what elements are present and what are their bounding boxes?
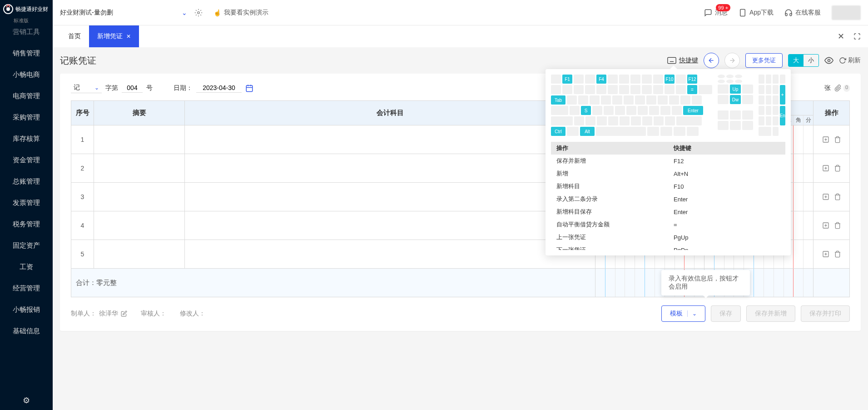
attach-label: 张 bbox=[824, 84, 831, 92]
kb-key: F1 bbox=[562, 75, 572, 84]
nav-item[interactable]: 固定资产 bbox=[0, 235, 53, 256]
kb-key bbox=[551, 116, 573, 125]
arrow-right-icon bbox=[729, 57, 736, 64]
nav-item[interactable]: 经营管理 bbox=[0, 278, 53, 299]
calendar-icon[interactable] bbox=[245, 84, 253, 92]
maker-label: 制单人： bbox=[71, 310, 96, 318]
sidebar-settings[interactable]: ⚙ bbox=[0, 391, 53, 410]
service-label: 在线客服 bbox=[795, 9, 821, 17]
messages-button[interactable]: 消息 99 + bbox=[704, 9, 728, 17]
prev-voucher-button[interactable] bbox=[704, 53, 719, 68]
svg-point-1 bbox=[6, 7, 10, 11]
nav-item[interactable]: 电商管理 bbox=[0, 85, 53, 107]
preview-button[interactable] bbox=[824, 56, 833, 65]
delete-row-icon[interactable] bbox=[834, 222, 841, 229]
kb-key bbox=[608, 85, 618, 94]
close-all-tabs-button[interactable]: ✕ bbox=[833, 30, 849, 43]
customer-service-button[interactable]: 在线客服 bbox=[784, 9, 821, 17]
delete-row-icon[interactable] bbox=[834, 193, 841, 200]
kb-key: Up bbox=[730, 85, 741, 94]
org-selector[interactable]: 好业财测试-量勿删 ⌄ bbox=[60, 9, 187, 17]
more-voucher-button[interactable]: 更多凭证 bbox=[745, 53, 783, 68]
add-row-icon[interactable] bbox=[822, 193, 829, 200]
settings-icon[interactable] bbox=[194, 9, 203, 17]
size-small-option[interactable]: 小 bbox=[804, 55, 818, 66]
kb-key bbox=[766, 116, 772, 125]
kb-key: = bbox=[687, 85, 697, 94]
expand-icon[interactable] bbox=[853, 33, 861, 40]
nav-item[interactable]: 库存核算 bbox=[0, 128, 53, 150]
voucher-type-select[interactable]: 记 ⌄ bbox=[71, 83, 102, 93]
account-cell[interactable] bbox=[185, 211, 595, 240]
add-row-icon[interactable] bbox=[822, 136, 829, 143]
save-button[interactable]: 保存 bbox=[711, 305, 741, 322]
summary-cell[interactable] bbox=[94, 211, 185, 240]
nav-item[interactable]: 销售管理 bbox=[0, 43, 53, 64]
delete-row-icon[interactable] bbox=[834, 250, 841, 258]
nav-item[interactable]: 营销工具 bbox=[0, 24, 53, 43]
demo-link[interactable]: ☝ 我要看实例演示 bbox=[213, 9, 268, 17]
maker-name: 徐泽华 bbox=[99, 310, 118, 318]
maker-info: 制单人： 徐泽华 bbox=[71, 310, 127, 318]
kb-key bbox=[624, 95, 634, 105]
tab-new-voucher[interactable]: 新增凭证 ✕ bbox=[89, 25, 139, 47]
nav-item[interactable]: 小畅电商 bbox=[0, 64, 53, 85]
gear-icon: ⚙ bbox=[23, 396, 30, 405]
nav-item[interactable]: 税务管理 bbox=[0, 214, 53, 235]
kb-key bbox=[773, 127, 779, 136]
shortcut-action: 新增科目 bbox=[551, 180, 668, 193]
delete-row-icon[interactable] bbox=[834, 136, 841, 143]
voucher-number-input[interactable] bbox=[122, 83, 143, 93]
add-row-icon[interactable] bbox=[822, 165, 829, 172]
account-cell[interactable] bbox=[185, 183, 595, 211]
nav-item[interactable]: 工资 bbox=[0, 256, 53, 278]
th-seq: 序号 bbox=[71, 101, 94, 125]
nav-item[interactable]: 小畅报销 bbox=[0, 299, 53, 320]
kb-key bbox=[773, 95, 779, 105]
close-icon[interactable]: ✕ bbox=[126, 33, 131, 40]
disabled-tooltip: 录入有效信息后，按钮才会启用 bbox=[661, 270, 750, 295]
save-print-button[interactable]: 保存并打印 bbox=[801, 305, 850, 322]
shortcut-action: 保存并新增 bbox=[551, 155, 668, 167]
phone-icon bbox=[739, 9, 747, 17]
seq-cell: 1 bbox=[71, 125, 94, 154]
nav-item[interactable]: 基础信息 bbox=[0, 320, 53, 342]
nav-item[interactable]: 采购管理 bbox=[0, 107, 53, 128]
kb-key bbox=[574, 75, 584, 84]
summary-cell[interactable] bbox=[94, 183, 185, 211]
next-voucher-button[interactable] bbox=[724, 53, 740, 68]
add-row-icon[interactable] bbox=[822, 222, 829, 229]
summary-cell[interactable] bbox=[94, 154, 185, 183]
account-cell[interactable] bbox=[185, 240, 595, 269]
voucher-date-input[interactable] bbox=[196, 83, 242, 93]
kb-key bbox=[742, 121, 753, 130]
summary-cell[interactable] bbox=[94, 125, 185, 154]
nav-item[interactable]: 总账管理 bbox=[0, 171, 53, 192]
save-new-button[interactable]: 保存并新增 bbox=[746, 305, 795, 322]
add-row-icon[interactable] bbox=[822, 250, 829, 258]
attachment-icon[interactable] bbox=[834, 85, 842, 92]
shortcut-th-action: 操作 bbox=[551, 142, 668, 155]
kb-key bbox=[590, 95, 600, 105]
kb-key bbox=[766, 95, 772, 105]
delete-row-icon[interactable] bbox=[834, 165, 841, 172]
summary-cell[interactable] bbox=[94, 240, 185, 269]
tab-home[interactable]: 首页 bbox=[60, 25, 89, 47]
message-icon bbox=[704, 9, 712, 17]
edit-icon[interactable] bbox=[121, 310, 127, 317]
shortcut-trigger[interactable]: 快捷键 bbox=[667, 56, 698, 65]
refresh-button[interactable]: 刷新 bbox=[839, 56, 861, 65]
kb-key bbox=[608, 75, 618, 84]
kb-key bbox=[766, 85, 772, 94]
account-cell[interactable] bbox=[185, 154, 595, 183]
brand-logo: 畅捷通好业财 bbox=[0, 0, 53, 18]
app-download-button[interactable]: App下载 bbox=[739, 9, 774, 17]
eye-icon bbox=[824, 56, 833, 65]
size-large-option[interactable]: 大 bbox=[789, 55, 804, 66]
nav-item[interactable]: 发票管理 bbox=[0, 192, 53, 214]
shortcut-row: 录入第二条分录Enter bbox=[551, 193, 785, 205]
account-cell[interactable] bbox=[185, 125, 595, 154]
nav-item[interactable]: 资金管理 bbox=[0, 150, 53, 171]
avatar[interactable] bbox=[832, 5, 861, 20]
template-button[interactable]: 模板 ⌄ bbox=[661, 305, 705, 322]
